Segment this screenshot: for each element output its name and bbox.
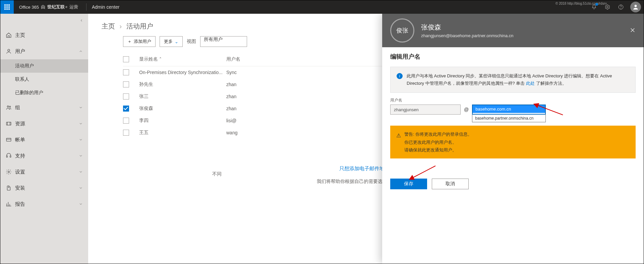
nav-active-users[interactable]: 活动用户 bbox=[0, 59, 88, 73]
crumb-home[interactable]: 主页 bbox=[102, 22, 115, 30]
resources-icon bbox=[6, 121, 15, 127]
svg-point-11 bbox=[8, 171, 10, 173]
row-name: 张俊森 bbox=[139, 106, 226, 112]
home-icon bbox=[6, 32, 15, 38]
row-checkbox[interactable] bbox=[123, 69, 129, 75]
cancel-button[interactable]: 取消 bbox=[432, 179, 469, 189]
domain-option[interactable]: basehome.partner.onmschina.cn bbox=[472, 115, 546, 122]
brand-label: Office 365 由 世纪互联 ® 运营 bbox=[14, 4, 83, 10]
brand-by: 由 bbox=[41, 4, 45, 10]
info-icon: i bbox=[397, 73, 403, 79]
more-button[interactable]: 更多 ⌄ bbox=[160, 36, 183, 47]
main-content: 主页 › 活动用户 ＋ 添加用户 更多 ⌄ 视图 所有用户 bbox=[88, 14, 644, 264]
info-link[interactable]: 此处 bbox=[526, 81, 535, 86]
user-avatar[interactable] bbox=[630, 2, 641, 12]
user-avatar-large: 俊张 bbox=[390, 18, 414, 43]
col-name-label: 显示姓名 bbox=[139, 56, 158, 62]
row-username: Sync bbox=[226, 70, 237, 75]
notifications-icon[interactable] bbox=[587, 0, 601, 14]
nav-groups-label: 组 bbox=[15, 105, 79, 111]
row-username: wang bbox=[226, 130, 237, 135]
nav-users-label: 用户 bbox=[15, 48, 79, 55]
nav-settings[interactable]: 设置 bbox=[0, 164, 88, 180]
plus-icon: ＋ bbox=[127, 39, 132, 45]
row-checkbox[interactable] bbox=[123, 81, 129, 87]
install-icon bbox=[6, 185, 15, 191]
chevron-down-icon bbox=[79, 121, 83, 127]
brand-bold: 世纪互联 bbox=[47, 4, 65, 10]
row-name: 孙先生 bbox=[139, 81, 226, 87]
svg-rect-7 bbox=[6, 122, 11, 125]
crumb-sep: › bbox=[117, 22, 125, 30]
svg-point-0 bbox=[607, 6, 608, 8]
username-input[interactable] bbox=[390, 105, 461, 115]
nav-contacts[interactable]: 联系人 bbox=[0, 73, 88, 86]
nav-support[interactable]: 支持 bbox=[0, 148, 88, 164]
reports-icon bbox=[6, 201, 15, 207]
settings-icon[interactable] bbox=[601, 0, 614, 14]
nav-reports[interactable]: 报告 bbox=[0, 196, 88, 212]
sort-asc-icon: ˄ bbox=[159, 57, 162, 62]
row-checkbox[interactable] bbox=[123, 130, 129, 136]
col-username[interactable]: 用户名 bbox=[226, 56, 240, 62]
panel-close-button[interactable] bbox=[630, 27, 636, 34]
nav-deleted-users[interactable]: 已删除的用户 bbox=[0, 86, 88, 100]
warn-line-2: 你已更改此用户的用户名。 bbox=[404, 138, 472, 146]
row-checkbox[interactable] bbox=[123, 118, 129, 124]
notification-badge bbox=[595, 3, 598, 6]
row-username: zhan bbox=[226, 106, 236, 111]
more-label: 更多 bbox=[164, 39, 173, 45]
nav-resources[interactable]: 资源 bbox=[0, 116, 88, 132]
waffle-icon bbox=[4, 4, 10, 10]
add-user-button[interactable]: ＋ 添加用户 bbox=[123, 36, 156, 47]
nav-reports-label: 报告 bbox=[15, 201, 79, 207]
svg-point-5 bbox=[7, 106, 9, 108]
nav-groups[interactable]: 组 bbox=[0, 100, 88, 116]
select-all-checkbox[interactable] bbox=[123, 56, 129, 62]
chevron-down-icon bbox=[79, 105, 83, 111]
svg-rect-9 bbox=[6, 156, 7, 157]
row-checkbox[interactable] bbox=[123, 106, 129, 112]
info-text: 此用户与本地 Active Directory 同步。某些详细信息只能通过本地 … bbox=[407, 73, 612, 86]
username-label: 用户名 bbox=[390, 97, 636, 103]
panel-user-name: 张俊森 bbox=[421, 23, 514, 32]
svg-point-2 bbox=[621, 8, 621, 8]
chevron-down-icon bbox=[79, 137, 83, 143]
nav-billing[interactable]: 帐单 bbox=[0, 132, 88, 148]
app-launcher[interactable] bbox=[0, 0, 14, 14]
warn-line-3: 请确保就此更改通知用户。 bbox=[404, 146, 472, 154]
row-name: On-Premises Directory Synchronizatio... bbox=[139, 70, 226, 75]
nav-install-label: 安装 bbox=[15, 185, 79, 191]
domain-select[interactable]: basehome.com.cn basehome.partner.onmschi… bbox=[472, 105, 546, 122]
col-display-name[interactable]: 显示姓名 ˄ bbox=[139, 56, 226, 62]
domain-option-selected[interactable]: basehome.com.cn bbox=[473, 105, 545, 113]
row-username: zhan bbox=[226, 82, 236, 87]
svg-point-4 bbox=[8, 49, 10, 51]
svg-line-13 bbox=[412, 166, 435, 178]
nav-home[interactable]: 主页 bbox=[0, 27, 88, 43]
group-icon bbox=[6, 105, 15, 111]
nav-support-label: 支持 bbox=[15, 153, 79, 159]
warning-icon: ⚠ bbox=[396, 131, 401, 154]
sidebar-collapse[interactable] bbox=[0, 14, 88, 27]
add-user-label: 添加用户 bbox=[134, 39, 151, 45]
edit-user-panel: 俊张 张俊森 zhangjunsen@basehome.partner.onms… bbox=[382, 14, 644, 264]
panel-user-email: zhangjunsen@basehome.partner.onmschina.c… bbox=[421, 33, 514, 38]
chevron-up-icon bbox=[79, 49, 83, 54]
chevron-down-icon bbox=[79, 153, 83, 159]
row-checkbox[interactable] bbox=[123, 93, 129, 100]
help-icon[interactable] bbox=[614, 0, 628, 14]
row-username: lisi@ bbox=[226, 118, 237, 123]
chevron-down-icon bbox=[79, 185, 83, 191]
nav-home-label: 主页 bbox=[15, 32, 83, 39]
nav-resources-label: 资源 bbox=[15, 121, 79, 127]
brand-reg: ® bbox=[65, 6, 67, 9]
nav-users[interactable]: 用户 bbox=[0, 43, 88, 59]
nav-install[interactable]: 安装 bbox=[0, 180, 88, 196]
admin-center-label: Admin center bbox=[89, 4, 119, 10]
save-button[interactable]: 保存 bbox=[390, 179, 427, 189]
view-filter-select[interactable]: 所有用户 bbox=[200, 36, 247, 47]
row-name: 李四 bbox=[139, 118, 226, 124]
info-box: i 此用户与本地 Active Directory 同步。某些详细信息只能通过本… bbox=[390, 67, 636, 93]
svg-rect-8 bbox=[6, 138, 11, 141]
